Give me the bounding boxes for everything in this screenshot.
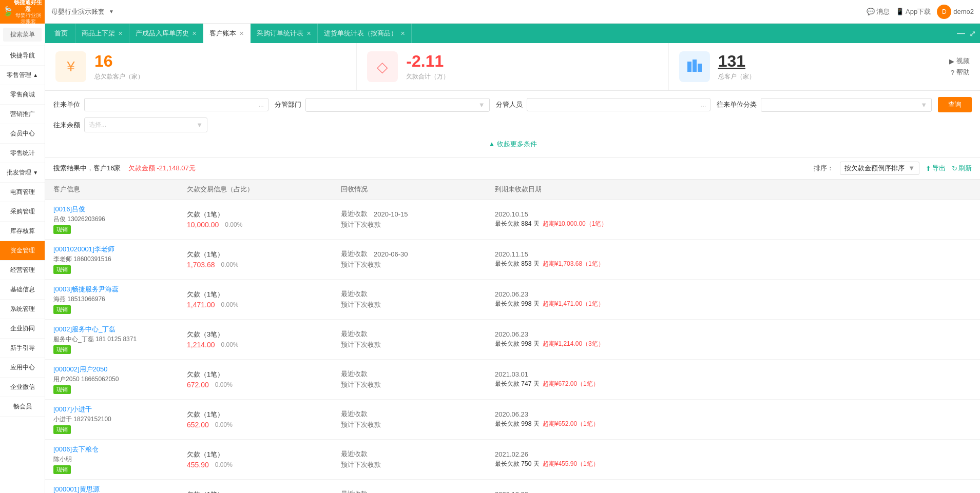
next-collect-label-5: 预计下次收款	[341, 421, 381, 428]
customer-name-1[interactable]: [0001020001]李老师	[53, 245, 114, 253]
svg-rect-2	[698, 64, 702, 72]
collapse-bar[interactable]: ▲ 收起更多条件	[53, 137, 972, 151]
overdue-amount-6[interactable]: 超期¥455.90（1笔）	[543, 460, 599, 468]
sidebar-item-apps[interactable]: 应用中心	[0, 358, 45, 378]
customer-tag-3: 现销	[53, 345, 71, 354]
debt-amount-1[interactable]: 1,703.68	[187, 261, 215, 269]
search-button[interactable]: 查询	[938, 97, 972, 112]
sidebar-item-finance[interactable]: 资金管理	[0, 241, 45, 261]
sidebar-item-corp[interactable]: 企业协同	[0, 319, 45, 339]
header-right: 💬 消息 📱 App下载 D demo2	[867, 5, 974, 19]
debt-amount-4[interactable]: 672.00	[187, 381, 209, 389]
overdue-days-1: 最长欠款 853 天	[495, 260, 540, 268]
overdue-amount-4[interactable]: 超期¥672.00（1笔）	[543, 380, 599, 388]
tab-purchase-stat[interactable]: 采购订单统计表 ✕	[251, 24, 318, 43]
tab-home[interactable]: 首页	[47, 24, 75, 43]
table-row: [0016]吕俊 吕俊 13026203696 现销 欠款（1笔） 10,000…	[45, 200, 980, 240]
customer-name-3[interactable]: [0002]服务中心_丁磊	[53, 325, 116, 333]
sidebar-item-basic[interactable]: 基础信息	[0, 280, 45, 300]
sidebar-item-retail-mall[interactable]: 零售商城	[0, 85, 45, 105]
manager-input[interactable]: ...	[527, 98, 711, 111]
source-unit-input[interactable]: ...	[84, 98, 268, 111]
tab-produce-history[interactable]: 产成品入库单历史 ✕	[129, 24, 203, 43]
tab-close-icon[interactable]: ✕	[239, 30, 244, 37]
debt-count-7: 欠款（1笔）	[187, 490, 324, 493]
search-menu-button[interactable]: 搜索菜单	[3, 28, 42, 42]
message-btn[interactable]: 💬 消息	[867, 7, 890, 16]
sidebar-item-operation[interactable]: 经营管理	[0, 261, 45, 280]
stat-right-actions: ▶ 视频 ? 帮助	[949, 56, 970, 77]
video-btn[interactable]: ▶ 视频	[949, 56, 970, 66]
debt-amount-3[interactable]: 1,214.00	[187, 341, 215, 349]
sidebar-item-quick-nav[interactable]: 快捷导航	[0, 46, 45, 66]
dept-select[interactable]: ▼	[305, 98, 490, 112]
sidebar-item-retail-stat[interactable]: 零售统计	[0, 144, 45, 163]
customer-cell-2: [0003]畅捷服务尹海蕊 海燕 18513066976 现销	[45, 280, 179, 320]
sidebar-item-marketing[interactable]: 营销推广	[0, 105, 45, 124]
customer-tag-2: 现销	[53, 305, 71, 314]
sidebar-item-purchase[interactable]: 采购管理	[0, 202, 45, 222]
sidebar-item-system[interactable]: 系统管理	[0, 300, 45, 319]
tab-close-icon[interactable]: ✕	[306, 30, 311, 37]
customer-name-7[interactable]: [000001]黄思源	[53, 485, 100, 493]
debt-total-icon: ◇	[367, 51, 398, 82]
sidebar: 🍃 畅捷通好生意 母婴行业演示账套 搜索菜单 快捷导航 零售管理 ▲ 零售商城 …	[0, 0, 45, 493]
export-button[interactable]: ⬆ 导出	[926, 164, 946, 173]
help-btn[interactable]: ? 帮助	[951, 68, 970, 77]
tab-close-icon[interactable]: ✕	[118, 30, 123, 37]
due-cell-0: 2020.10.15 最长欠款 884 天 超期¥10,000.00（1笔）	[487, 200, 980, 240]
due-cell-3: 2020.06.23 最长欠款 998 天 超期¥1,214.00（3笔）	[487, 320, 980, 360]
debt-cell-1: 欠款（1笔） 1,703.68 0.00%	[179, 240, 333, 280]
customer-name-6[interactable]: [0006]去下粮仓	[53, 445, 99, 453]
minimize-icon[interactable]: —	[957, 29, 965, 38]
customer-name-2[interactable]: [0003]畅捷服务尹海蕊	[53, 285, 119, 293]
app-download-btn[interactable]: 📱 App下载	[896, 7, 931, 16]
due-cell-1: 2020.11.15 最长欠款 853 天 超期¥1,703.68（1笔）	[487, 240, 980, 280]
customer-name-4[interactable]: [000002]用户2050	[53, 365, 108, 373]
stat-card-debt-total: ◇ -2.11 欠款合计（万）	[357, 43, 668, 90]
sidebar-item-member2[interactable]: 畅会员	[0, 397, 45, 417]
maximize-icon[interactable]: ⤢	[969, 29, 976, 38]
customer-name-5[interactable]: [0007]小进千	[53, 405, 92, 413]
tab-inventory-stat[interactable]: 进货单统计表（按商品） ✕	[318, 24, 412, 43]
total-customers-icon	[679, 51, 710, 82]
overdue-amount-3[interactable]: 超期¥1,214.00（3笔）	[543, 340, 604, 348]
debt-percent-0: 0.00%	[225, 221, 242, 228]
sidebar-item-member[interactable]: 会员中心	[0, 124, 45, 144]
sidebar-item-ecommerce[interactable]: 电商管理	[0, 183, 45, 202]
tab-customer-account[interactable]: 客户账本 ✕	[203, 24, 251, 43]
debt-cell-3: 欠款（3笔） 1,214.00 0.00%	[179, 320, 333, 360]
overdue-amount-5[interactable]: 超期¥652.00（1笔）	[543, 420, 599, 428]
tab-close-icon[interactable]: ✕	[400, 30, 405, 37]
user-menu[interactable]: D demo2	[937, 5, 974, 19]
debt-amount-6[interactable]: 455.90	[187, 461, 209, 469]
debt-amount-5[interactable]: 652.00	[187, 421, 209, 429]
sidebar-item-guide[interactable]: 新手引导	[0, 339, 45, 358]
due-date-3: 2020.06.23	[495, 330, 972, 338]
sidebar-item-batch-mgmt[interactable]: 批发管理 ▼	[0, 163, 45, 183]
balance-select[interactable]: 选择... ▼	[84, 117, 207, 132]
sidebar-item-wechat[interactable]: 企业微信	[0, 378, 45, 397]
next-collect-label-1: 预计下次收款	[341, 261, 381, 268]
unit-category-arrow-icon: ▼	[920, 101, 927, 109]
overdue-amount-1[interactable]: 超期¥1,703.68（1笔）	[543, 260, 604, 268]
help-icon: ?	[951, 69, 954, 76]
sort-select[interactable]: 按欠款金额倒序排序 ▼	[840, 162, 919, 175]
debt-amount-2[interactable]: 1,471.00	[187, 301, 215, 309]
debt-total-label: 欠款合计（万）	[406, 72, 658, 81]
tab-product-onoff[interactable]: 商品上下架 ✕	[75, 24, 129, 43]
debt-customers-label: 总欠款客户（家）	[94, 72, 346, 81]
overdue-amount-0[interactable]: 超期¥10,000.00（1笔）	[543, 220, 608, 228]
unit-category-select[interactable]: ▼	[761, 98, 932, 112]
customer-contact-6: 陈小明	[53, 455, 170, 464]
debt-amount-0[interactable]: 10,000.00	[187, 221, 219, 229]
main-content: 母婴行业演示账套 ▼ 💬 消息 📱 App下载 D demo2 首页 商品上下架…	[45, 0, 980, 493]
col-header-debt: 欠款交易信息（占比）	[179, 180, 333, 200]
tab-close-icon[interactable]: ✕	[192, 30, 197, 37]
customer-name-0[interactable]: [0016]吕俊	[53, 205, 85, 213]
sidebar-item-retail-mgmt[interactable]: 零售管理 ▲	[0, 66, 45, 85]
refresh-button[interactable]: ↻ 刷新	[952, 164, 972, 173]
svg-rect-1	[693, 60, 697, 72]
overdue-amount-2[interactable]: 超期¥1,471.00（1笔）	[543, 300, 604, 308]
sidebar-item-inventory[interactable]: 库存核算	[0, 222, 45, 241]
